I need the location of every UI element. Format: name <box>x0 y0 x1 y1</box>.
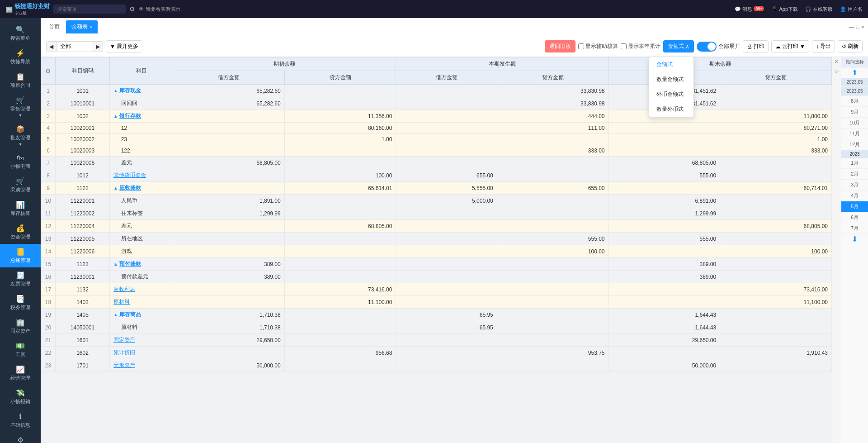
row-name-8[interactable]: ▲ 应收账款 <box>110 182 173 195</box>
table-settings-icon[interactable]: ⚙ <box>45 67 51 75</box>
row-name-21[interactable]: 累计折旧 <box>110 347 173 359</box>
row-name-2[interactable]: ▲ 银行存款 <box>110 110 173 123</box>
show-ytd-checkbox[interactable]: 显示本年累计 <box>621 43 660 50</box>
message-label: 消息 <box>742 6 752 13</box>
app-download-btn[interactable]: 📱 App下载 <box>771 6 798 13</box>
sidebar-item-fund[interactable]: 💰 资金管理 <box>0 220 41 244</box>
settings-col[interactable]: ⚙ <box>41 57 56 85</box>
window-min-btn[interactable]: — <box>849 24 854 30</box>
mode-btn[interactable]: 金额式 ∧ <box>663 40 694 52</box>
period-2[interactable]: 2月 <box>841 169 868 180</box>
row-name-0[interactable]: ▲ 库存现金 <box>110 85 173 97</box>
mode-option-qty-amount[interactable]: 数量金额式 <box>649 72 693 87</box>
assist-checkbox-input[interactable] <box>578 43 584 49</box>
search-prev-btn[interactable]: ◀ <box>47 42 57 52</box>
row-name-6[interactable]: 差元 <box>110 157 173 169</box>
demo-link[interactable]: 👁 我要看实例演示 <box>139 6 180 13</box>
row-op-credit-7: 100.00 <box>284 169 396 182</box>
sidebar-item-tax[interactable]: 📑 税务管理 <box>0 291 41 314</box>
row-name-15[interactable]: 预付款差元 <box>110 271 173 283</box>
row-name-7[interactable]: 其他货币资金 <box>110 169 173 182</box>
period-10[interactable]: 10月 <box>841 118 868 129</box>
mode-option-qty-foreign[interactable]: 数量外币式 <box>649 102 693 117</box>
sidebar-item-search[interactable]: 🔍 搜索菜单 <box>0 22 41 45</box>
row-name-20[interactable]: 固定资产 <box>110 334 173 347</box>
message-btn[interactable]: 💬 消息 99+ <box>735 6 764 13</box>
row-name-19[interactable]: 原材料 <box>110 321 173 334</box>
sidebar-item-system[interactable]: ⚙ 系统管理 <box>0 432 41 443</box>
row-name-17[interactable]: 原材料 <box>110 296 173 309</box>
row-name-13[interactable]: 游戏 <box>110 245 173 258</box>
row-name-22[interactable]: 无形资产 <box>110 359 173 372</box>
row-name-11[interactable]: 差元 <box>110 220 173 233</box>
sidebar-item-operations[interactable]: 📈 经营管理 <box>0 362 41 385</box>
expand-more-btn[interactable]: ▼ 展开更多 <box>106 40 142 52</box>
period-9[interactable]: 9月 <box>841 107 868 118</box>
row-name-4[interactable]: 23 <box>110 134 173 145</box>
refresh-btn[interactable]: ↺ 刷新 <box>838 40 863 52</box>
sidebar-item-inventory[interactable]: 📊 库存核算 <box>0 197 41 220</box>
tab-balance-sheet[interactable]: 余额表 × <box>66 20 98 33</box>
return-old-btn[interactable]: 退回旧版 <box>545 40 576 52</box>
mode-option-foreign-amount[interactable]: 外币金额式 <box>649 87 693 102</box>
row-name-5[interactable]: 122 <box>110 145 173 157</box>
period-7[interactable]: 7月 <box>841 223 868 234</box>
mode-dropdown-wrapper: 金额式 ∧ 金额式 数量金额式 外币金额式 数量外币式 <box>663 40 694 52</box>
sidebar-item-ledger[interactable]: 📒 总账管理 <box>0 244 41 267</box>
right-panel-close-icon[interactable]: ✕ <box>835 59 839 65</box>
account-search-input[interactable] <box>57 42 93 52</box>
sidebar-item-invoice[interactable]: 🧾 发票管理 <box>0 267 41 291</box>
sidebar-item-expense[interactable]: 💸 小畅报销 <box>0 385 41 409</box>
window-max-btn[interactable]: □ <box>856 24 859 30</box>
period-2023-05-start[interactable]: 2023.05 <box>841 78 868 87</box>
period-down-icon[interactable]: ⬇ <box>852 235 858 243</box>
sidebar-item-wholesale[interactable]: 📦 批发管理 ▼ <box>0 121 41 150</box>
sidebar-item-retail[interactable]: 🛒 零售管理 ▼ <box>0 92 41 121</box>
period-3[interactable]: 3月 <box>841 180 868 191</box>
row-num-4: 5 <box>41 134 56 145</box>
sidebar-item-purchase[interactable]: 🛒 采购管理 <box>0 173 41 197</box>
mode-option-amount[interactable]: 金额式 <box>649 57 693 72</box>
row-name-16[interactable]: 应收利息 <box>110 283 173 296</box>
sidebar-item-assets[interactable]: 🏢 固定资产 <box>0 314 41 338</box>
period-11[interactable]: 11月 <box>841 129 868 139</box>
period-8[interactable]: 8月 <box>841 96 868 107</box>
print-btn[interactable]: 🖨 打印 <box>743 40 769 52</box>
service-btn[interactable]: 🎧 在线客服 <box>805 6 833 13</box>
period-5[interactable]: 5月 <box>841 201 868 212</box>
sidebar-item-quick-nav[interactable]: ⚡ 快捷导航 <box>0 45 41 69</box>
right-panel-expand-icon[interactable]: ▷ <box>835 68 839 74</box>
period-4[interactable]: 4月 <box>841 191 868 201</box>
sidebar-item-project[interactable]: 📋 项目合同 <box>0 69 41 92</box>
period-6[interactable]: 6月 <box>841 212 868 223</box>
row-name-14[interactable]: ▲ 预付账款 <box>110 258 173 271</box>
row-name-12[interactable]: 所在地区 <box>110 233 173 245</box>
period-nav-up[interactable]: ⬆ <box>841 67 868 78</box>
period-2023-05-end[interactable]: 2023.05 <box>841 87 868 96</box>
row-name-3[interactable]: 12 <box>110 123 173 134</box>
search-input[interactable] <box>53 5 126 14</box>
toggle-switch[interactable] <box>697 42 717 52</box>
sidebar-item-salary[interactable]: 💵 工资 <box>0 338 41 362</box>
tab-close-btn[interactable]: × <box>90 24 92 29</box>
sidebar-item-ecommerce[interactable]: 🛍 小畅电商 <box>0 150 41 173</box>
export-btn[interactable]: ↓ 导出 <box>812 40 835 52</box>
period-12[interactable]: 12月 <box>841 139 868 150</box>
window-close-btn[interactable]: × <box>861 24 864 30</box>
gear-icon[interactable]: ⚙ <box>129 5 135 13</box>
period-1[interactable]: 1月 <box>841 158 868 169</box>
search-next-btn[interactable]: ▶ <box>93 42 103 52</box>
row-name-9[interactable]: 人民币 <box>110 195 173 207</box>
period-up-icon[interactable]: ⬆ <box>852 68 858 77</box>
user-avatar[interactable]: 👤 用户名 <box>840 6 863 13</box>
cloud-print-btn[interactable]: ☁ 云打印 ▼ <box>771 40 809 52</box>
row-name-18[interactable]: ▲ 库存商品 <box>110 309 173 321</box>
ytd-checkbox-input[interactable] <box>621 43 627 49</box>
row-name-10[interactable]: 往来标签 <box>110 207 173 220</box>
show-assist-checkbox[interactable]: 显示辅助核算 <box>578 43 618 50</box>
sidebar-item-basic[interactable]: ℹ 基础信息 <box>0 409 41 432</box>
current-credit-header: 贷方金额 <box>497 71 609 85</box>
row-name-1[interactable]: 回回回 <box>110 97 173 110</box>
tab-home[interactable]: 首页 <box>44 20 64 33</box>
period-nav-down[interactable]: ⬇ <box>841 234 868 244</box>
